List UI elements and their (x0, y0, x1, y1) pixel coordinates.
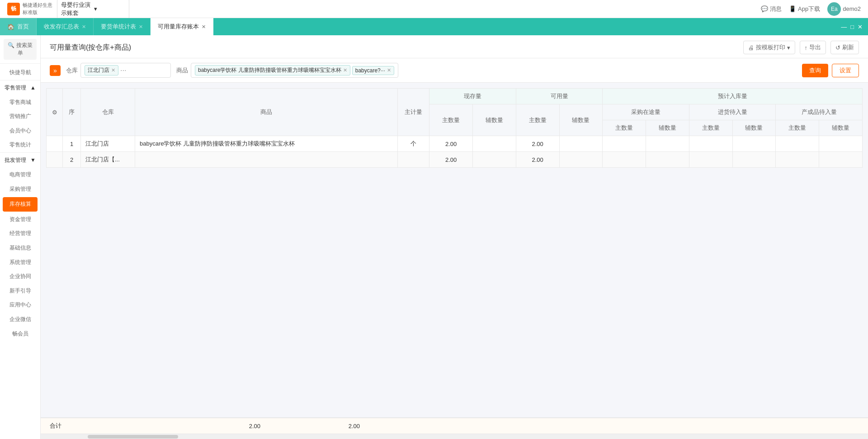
row2-settings (47, 152, 63, 168)
product-tag-2-remove[interactable]: ✕ (387, 67, 391, 73)
product-input[interactable]: babycare学饮杯 儿童防摔防撞吸管杯重力球吸嘴杯宝宝水杯 ✕ babyca… (191, 63, 398, 78)
download-icon: 📱 (789, 5, 796, 12)
tab-receive-summary-close[interactable]: ✕ (82, 24, 86, 30)
print-label: 按模板打印 (756, 43, 785, 52)
tab-home-label: 首页 (17, 23, 29, 31)
retail-mgmt-label: 零售管理 (5, 84, 26, 92)
sidebar-item-basic-info[interactable]: 基础信息 (0, 241, 40, 255)
footer-available-total: 2.00 (315, 423, 360, 430)
col-product-pending-header: 产成品待入量 (776, 104, 863, 120)
warehouse-tag-value: 江北门店 (88, 66, 109, 74)
page-title: 可用量查询(按仓库+商品) (50, 43, 131, 52)
maximize-btn[interactable]: □ (850, 24, 854, 30)
sidebar-item-enterprise-collab[interactable]: 企业协同 (0, 269, 40, 284)
col-inbound-aux: 辅数量 (732, 120, 776, 136)
table-row: 1 江北门店 babycare学饮杯 儿童防摔防撞吸管杯重力球吸嘴杯宝宝水杯 个… (47, 136, 863, 152)
nav-controls: — □ ✕ (835, 18, 868, 35)
sidebar-item-ecommerce[interactable]: 电商管理 (0, 168, 40, 182)
sidebar-item-wholesale-mgmt[interactable]: 批发管理 ▼ (0, 153, 40, 168)
tab-available-stock-close[interactable]: ✕ (202, 24, 206, 30)
sidebar-item-marketing[interactable]: 营销推广 (0, 109, 40, 124)
refresh-btn[interactable]: ↺ 刷新 (830, 41, 859, 54)
sidebar-item-quick-nav[interactable]: 快捷导航 (0, 66, 40, 80)
sidebar: 🔍 搜索菜单 快捷导航 零售管理 ▲ 零售商城 营销推广 会员中心 零售统计 批… (0, 35, 41, 439)
warehouse-tag-remove[interactable]: ✕ (111, 67, 115, 73)
gear-icon: ⚙ (52, 109, 57, 116)
export-label: 导出 (809, 43, 821, 52)
page-actions: 🖨 按模板打印 ▾ ↑ 导出 ↺ 刷新 (743, 41, 859, 54)
print-btn[interactable]: 🖨 按模板打印 ▾ (743, 41, 795, 54)
tab-receive-summary[interactable]: 收发存汇总表 ✕ (37, 18, 94, 35)
warehouse-tag: 江北门店 ✕ (85, 65, 118, 76)
sidebar-item-retail-mgmt[interactable]: 零售管理 ▲ (0, 80, 40, 95)
table-body: 1 江北门店 babycare学饮杯 儿童防摔防撞吸管杯重力球吸嘴杯宝宝水杯 个… (47, 136, 863, 168)
chevron-down-icon2: ▼ (30, 157, 36, 163)
close-btn-nav[interactable]: ✕ (858, 24, 863, 30)
sidebar-item-member-center[interactable]: 会员中心 (0, 124, 40, 138)
row2-pt-aux (646, 152, 689, 168)
col-current-main-header: 主数量 (429, 104, 473, 136)
row1-settings (47, 136, 63, 152)
wholesale-mgmt-label: 批发管理 (5, 156, 26, 164)
tab-home[interactable]: 🏠 首页 (0, 18, 37, 35)
sidebar-item-new-guide[interactable]: 新手引导 (0, 284, 40, 298)
product-label: 商品 (176, 66, 188, 75)
tab-available-stock[interactable]: 可用量库存账本 ✕ (151, 18, 213, 35)
sidebar-item-purchase[interactable]: 采购管理 (0, 182, 40, 197)
col-forecast-header: 预计入库量 (603, 89, 863, 104)
col-settings-header[interactable]: ⚙ (47, 89, 63, 136)
expand-icon: » (53, 67, 57, 74)
sidebar-item-enterprise-wechat[interactable]: 企业微信 (0, 312, 40, 327)
app-download-btn[interactable]: 📱 App下载 (789, 5, 820, 13)
user-profile[interactable]: Ea demo2 (827, 2, 861, 16)
filter-bar: » 仓库 江北门店 ✕ ··· 商品 babycare学饮杯 儿童防摔防撞吸管杯… (41, 58, 868, 83)
sidebar-item-sys-mgmt[interactable]: 系统管理 (0, 255, 40, 270)
sidebar-search: 🔍 搜索菜单 (0, 35, 40, 64)
message-label: 消息 (770, 5, 782, 13)
export-btn[interactable]: ↑ 导出 (800, 41, 826, 54)
settings-btn[interactable]: 设置 (832, 64, 859, 77)
tab-order-stats-close[interactable]: ✕ (139, 24, 143, 30)
data-table: ⚙ 序 仓库 商品 主计量 现存量 可用量 预计入库量 主数量 辅数量 主数量 (46, 88, 863, 168)
print-chevron: ▾ (787, 44, 790, 51)
top-bar-left: 畅 畅捷通好生意 标准版 母婴行业演示账套 ▾ (7, 0, 129, 19)
minimize-btn[interactable]: — (841, 24, 847, 30)
sidebar-item-retail-stats[interactable]: 零售统计 (0, 138, 40, 152)
sidebar-item-ops[interactable]: 经营管理 (0, 227, 40, 241)
filter-actions: 查询 设置 (802, 64, 859, 77)
row2-pp-aux (819, 152, 863, 168)
row2-ib-aux (732, 152, 776, 168)
sidebar-item-pro-member[interactable]: 畅会员 (0, 327, 40, 341)
table-footer: 合计 2.00 2.00 (41, 417, 868, 434)
sidebar-item-finance[interactable]: 资金管理 (0, 212, 40, 227)
product-tag-1-remove[interactable]: ✕ (343, 67, 347, 73)
search-menu-btn[interactable]: 🔍 搜索菜单 (4, 39, 37, 60)
col-available-main-header: 主数量 (516, 104, 559, 136)
sidebar-section-retail: 零售管理 ▲ (0, 80, 40, 95)
tab-order-stats-label: 要货单统计表 (101, 23, 136, 31)
user-name: demo2 (843, 5, 861, 12)
company-selector[interactable]: 母婴行业演示账套 ▾ (57, 0, 129, 19)
message-btn[interactable]: 💬 消息 (761, 5, 782, 13)
col-purchase-transit-header: 采购在途量 (603, 104, 689, 120)
row2-seq: 2 (63, 152, 81, 168)
sidebar-item-inventory-check[interactable]: 库存核算 (3, 197, 38, 212)
warehouse-input[interactable]: 江北门店 ✕ ··· (80, 63, 171, 78)
row1-product: babycare学饮杯 儿童防摔防撞吸管杯重力球吸嘴杯宝宝水杯 (135, 136, 398, 152)
col-product-main: 主数量 (776, 120, 819, 136)
home-icon: 🏠 (7, 24, 14, 30)
query-btn[interactable]: 查询 (802, 64, 828, 77)
nav-spacer (213, 18, 835, 35)
tab-order-stats[interactable]: 要货单统计表 ✕ (94, 18, 151, 35)
sidebar-item-retail-mall[interactable]: 零售商城 (0, 95, 40, 110)
nav-tabs: 🏠 首页 收发存汇总表 ✕ 要货单统计表 ✕ 可用量库存账本 ✕ — □ ✕ (0, 18, 868, 35)
sidebar-item-app-center[interactable]: 应用中心 (0, 298, 40, 312)
col-purchase-transit-aux: 辅数量 (646, 120, 689, 136)
app-download-label: App下载 (798, 5, 820, 13)
footer-current-total: 2.00 (215, 423, 260, 430)
row1-current-main: 2.00 (429, 136, 473, 152)
main-layout: 🔍 搜索菜单 快捷导航 零售管理 ▲ 零售商城 营销推广 会员中心 零售统计 批… (0, 35, 868, 439)
filter-expand-btn[interactable]: » (50, 65, 61, 76)
scroll-bar-thumb[interactable] (88, 435, 178, 439)
row2-pp-main (776, 152, 819, 168)
